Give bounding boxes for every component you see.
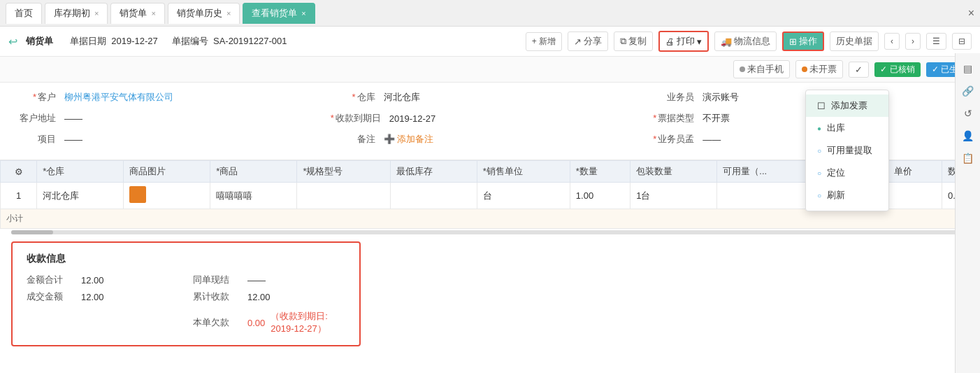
row-qty: 1.00 [570,183,630,209]
row-min-stock [390,183,477,209]
operation-dropdown: ☐ 添加发票 ● 出库 ○ 可用量提取 ○ 定位 ○ 刷新 [805,90,889,211]
confirm-icon: ✓ [855,64,863,75]
col-qty: *数量 [570,161,630,183]
grid-view-button[interactable]: ⊟ [952,33,972,50]
close-sales-history[interactable]: × [226,9,231,17]
col-unit: *销售单位 [477,161,570,183]
note-section: 备注 ➕ 添加备注 [331,132,650,147]
col-warehouse: *仓库 [37,161,124,183]
truck-icon: 🚚 [721,36,732,47]
row-warehouse: 河北仓库 [37,183,124,209]
main-content: ↩ 销货单 单据日期 2019-12-27 单据编号 SA-20191227-0… [0,27,980,373]
col-product: *商品 [210,161,297,183]
sidebar-icon-4[interactable]: 👤 [958,126,978,146]
locate-item[interactable]: ○ 定位 [806,162,888,184]
available-qty-item[interactable]: ○ 可用量提取 [806,139,888,162]
tab-home[interactable]: 首页 [6,3,42,24]
sub-toolbar: 来自手机 未开票 ✓ ✓ 已核销 ✓ 已生效 [0,57,980,83]
tab-sales-history[interactable]: 销货单历史 × [168,3,240,24]
available-qty-label: 可用量提取 [827,144,872,157]
transaction-label: 成交金额 [27,290,75,303]
note-label: 备注 [331,133,380,146]
sidebar-icon-1[interactable]: ▤ [958,59,978,78]
history-button[interactable]: 历史单据 [830,31,879,51]
new-button[interactable]: + 新增 [526,32,562,51]
tab-sales-order[interactable]: 销货单 × [110,3,164,24]
print-button[interactable]: 🖨 打印 ▾ [658,31,709,52]
outbound-item[interactable]: ● 出库 [806,117,888,139]
row-img [124,183,210,209]
plus-icon: ➕ [384,134,395,144]
operation-button[interactable]: ⊞ 操作 [782,31,824,51]
scrollbar-thumb[interactable] [11,230,53,234]
copy-icon: ⧉ [620,36,626,47]
tab-inventory-init[interactable]: 库存期初 × [45,3,108,24]
not-open-button[interactable]: 未开票 [795,60,843,78]
arrears-item: 本单欠款 0.00 （收款到期日: 2019-12-27） [193,310,345,335]
sidebar-icon-2[interactable]: 🔗 [958,81,978,101]
window-close-icon[interactable]: × [968,7,974,20]
same-order-value: —— [247,275,266,286]
doc-title: 销货单 [26,35,53,48]
list-view-button[interactable]: ☰ [926,33,946,50]
add-invoice-item[interactable]: ☐ 添加发票 [806,94,888,117]
share-icon: ↗ [574,36,582,47]
close-inventory-init[interactable]: × [94,9,99,17]
logistics-button[interactable]: 🚚 物流信息 [714,31,777,51]
customer-label: 客户 [11,91,60,104]
next-button[interactable]: › [905,33,921,50]
close-view-sales[interactable]: × [301,9,305,17]
tab-sales-history-label: 销货单历史 [177,7,222,20]
col-gear: ⚙ [1,161,37,183]
warehouse-label: 仓库 [331,91,380,104]
print-dropdown-icon: ▾ [697,36,702,47]
outbound-label: 出库 [827,122,845,134]
transaction-value: 12.00 [81,292,104,302]
available-qty-icon: ○ [817,147,821,155]
col-min-stock: 最低库存 [390,161,477,183]
confirm-button[interactable]: ✓ [849,62,869,78]
number-label: 单据编号 SA-20191227-001 [172,35,287,48]
product-image [129,186,146,203]
date-label: 单据日期 2019-12-27 [70,35,158,48]
prev-button[interactable]: ‹ [884,33,900,50]
add-note-btn[interactable]: ➕ 添加备注 [380,132,505,147]
tab-view-sales[interactable]: 查看销货单 × [243,3,315,24]
staff2-label: 业务员孟 [649,133,698,146]
cumulative-label: 累计收款 [193,290,242,303]
right-sidebar: ▤ 🔗 ↺ 👤 📋 ⛶ [955,53,980,373]
from-phone-button[interactable]: 来自手机 [733,60,790,78]
tab-view-sales-label: 查看销货单 [252,7,297,20]
same-order-item: 同单现结 —— [193,274,345,286]
cumulative-item: 累计收款 12.00 [193,290,345,303]
status-done-badge: ✓ 已核销 [874,62,920,77]
sidebar-icon-3[interactable]: ↺ [958,104,978,123]
date-value: 2019-12-27 [111,36,158,46]
address-value: —— [60,112,186,125]
row-unit: 台 [477,183,570,209]
payment-grid: 金额合计 12.00 同单现结 —— 成交金额 12.00 累计收款 12.00… [27,274,345,335]
sales-order-icon: ↩ [8,35,17,48]
due-date-value: 2019-12-27 [385,112,511,125]
copy-button[interactable]: ⧉ 复制 [614,31,653,51]
customer-value[interactable]: 柳州粤港平安气体有限公司 [60,90,186,105]
subtotal-label: 小计 [1,209,980,229]
arrears-value: 0.00 [247,318,265,328]
transaction-item: 成交金额 12.00 [27,290,179,303]
col-spec: *规格型号 [297,161,390,183]
project-label: 项目 [11,133,60,146]
horizontal-scrollbar[interactable] [11,230,969,234]
refresh-item[interactable]: ○ 刷新 [806,184,888,206]
close-sales-order[interactable]: × [151,9,155,17]
total-label: 金额合计 [27,274,75,286]
refresh-icon: ○ [817,192,821,199]
col-pkg-qty: 包装数量 [630,161,717,183]
tab-sales-order-label: 销货单 [120,7,147,20]
arrears-note: （收款到期日: 2019-12-27） [271,310,345,335]
customer-section: 客户 柳州粤港平安气体有限公司 [11,90,331,105]
sidebar-icon-5[interactable]: 📋 [958,148,978,168]
phone-dot-icon [740,66,745,72]
project-section: 项目 —— [11,133,331,146]
add-invoice-icon: ☐ [817,101,826,111]
share-button[interactable]: ↗ 分享 [568,31,608,51]
